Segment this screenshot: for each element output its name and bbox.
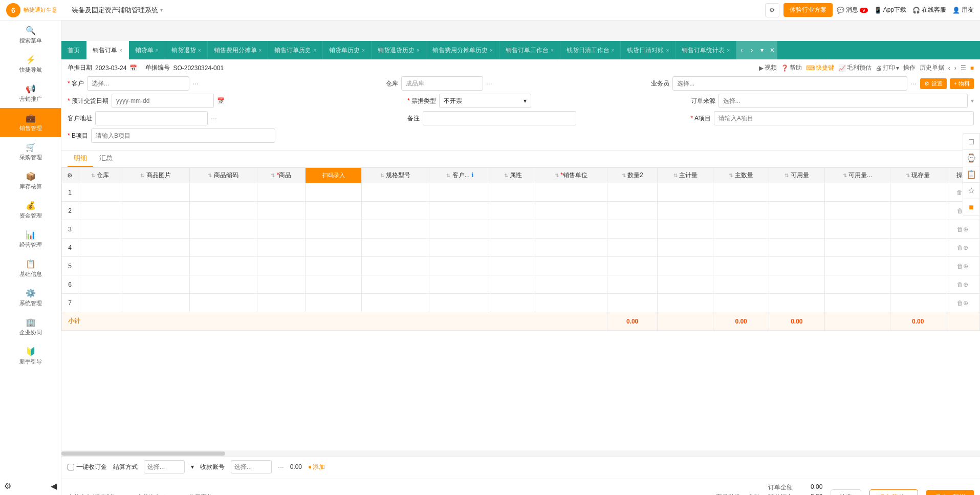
tab-close-icon[interactable]: × (119, 48, 122, 53)
row-copy-icon[interactable]: ⊕ (963, 299, 968, 307)
tab-close-icon[interactable]: × (198, 48, 201, 53)
print-button[interactable]: 🖨 打印 ▾ (876, 63, 899, 72)
delivery-date-input[interactable] (112, 94, 214, 108)
tab-close-icon[interactable]: × (259, 48, 262, 53)
tab-return-history[interactable]: 销货退货历史 × (372, 41, 426, 59)
customer-input[interactable] (87, 76, 189, 91)
view-video-button[interactable]: ▶ 视频 (759, 63, 777, 72)
account-ellipsis-button[interactable]: ··· (278, 463, 284, 471)
add-payment-button[interactable]: ● 添加 (308, 463, 325, 471)
tab-prev-button[interactable]: ‹ (736, 41, 747, 59)
row-copy-icon[interactable]: ⊕ (963, 226, 968, 233)
customer-address-input[interactable] (95, 111, 208, 125)
warehouse-input[interactable] (401, 76, 483, 91)
sidebar-collapse-icon[interactable]: ◀ (51, 481, 57, 491)
right-btn-3[interactable]: 📋 (963, 166, 979, 183)
salesperson-input[interactable] (672, 76, 907, 91)
sidebar-item-guide[interactable]: 🔰 新手引导 (0, 341, 61, 371)
account-input[interactable] (231, 460, 272, 474)
tab-daily-workbench[interactable]: 钱货日清工作台 × (560, 41, 621, 59)
user-avatar[interactable]: 👤 用友 (952, 6, 974, 14)
salesperson-ellipsis-button[interactable]: ··· (910, 79, 917, 88)
sidebar-item-enterprise[interactable]: 🏢 企业协同 (0, 312, 61, 341)
sidebar-item-inventory[interactable]: 📦 库存核算 (0, 166, 61, 196)
online-service-button[interactable]: 🎧 在线客服 (912, 6, 946, 14)
tab-close-icon[interactable]: × (727, 48, 730, 53)
sidebar-item-marketing[interactable]: 📢 营销推广 (0, 79, 61, 108)
sidebar-item-quick[interactable]: ⚡ 快捷导航 (0, 50, 61, 79)
row-copy-icon[interactable]: ⊕ (963, 281, 968, 288)
scrollbar-thumb[interactable] (61, 451, 225, 456)
tab-close-icon[interactable]: × (612, 48, 615, 53)
tab-close-icon[interactable]: × (417, 48, 420, 53)
sidebar-item-search[interactable]: 🔍 搜索菜单 (0, 20, 61, 50)
form-orange-icon[interactable]: ■ (970, 64, 974, 72)
invoice-type-select[interactable]: 不开票 ▾ (439, 94, 531, 108)
tab-sales-order-history[interactable]: 销售订单历史 × (268, 41, 323, 59)
print-dropdown-icon[interactable]: ▾ (896, 64, 899, 72)
tab-order-workbench[interactable]: 销售订单工作台 × (499, 41, 560, 59)
tab-sales-return[interactable]: 销货退货 × (165, 41, 208, 59)
add-material-button[interactable]: + 物料 (950, 78, 974, 89)
tab-close-icon[interactable]: × (313, 48, 316, 53)
tab-home[interactable]: 首页 (61, 41, 86, 59)
tab-daily-reconcile[interactable]: 钱货日清对账 × (621, 41, 676, 59)
sidebar-item-basic[interactable]: 📋 基础信息 (0, 254, 61, 283)
right-btn-1[interactable]: □ (963, 134, 979, 150)
sidebar-item-sales[interactable]: 💼 销售管理 (0, 108, 61, 137)
tab-sales-order[interactable]: 销售订单 × (86, 41, 129, 59)
shortcut-button[interactable]: ⌨ 快捷键 (806, 63, 834, 72)
settings-icon[interactable]: ⚙ (765, 3, 779, 17)
horizontal-scrollbar[interactable] (61, 450, 980, 457)
project-b-input[interactable] (91, 128, 275, 143)
tab-next-button[interactable]: › (747, 41, 757, 59)
help-button[interactable]: ❓ 帮助 (781, 63, 802, 72)
customer-ellipsis-button[interactable]: ··· (192, 79, 199, 88)
scan-button[interactable]: 扫码录入 (319, 170, 348, 180)
tab-order-stats[interactable]: 销售订单统计表 × (676, 41, 736, 59)
save-new-button[interactable]: 保存&新增 (926, 490, 974, 496)
history-button[interactable]: 历史单据 (920, 63, 944, 72)
calendar-icon[interactable]: 📅 (129, 64, 137, 72)
message-button[interactable]: 💬 消息 9 (837, 6, 868, 14)
dropdown-arrow-icon[interactable]: ▾ (160, 7, 163, 13)
col-scan[interactable]: 扫码录入 (306, 168, 362, 183)
right-btn-2[interactable]: ⌚ (963, 150, 979, 166)
row-copy-icon[interactable]: ⊕ (963, 244, 968, 251)
tab-sales-fee[interactable]: 销售费用分摊单 × (208, 41, 269, 59)
save-draft-button[interactable]: 保存草稿 ▾ (869, 489, 918, 496)
form-nav-next[interactable]: › (954, 64, 956, 72)
row-delete-icon[interactable]: 🗑 (957, 226, 963, 233)
profit-button[interactable]: 📈 毛利预估 (838, 63, 872, 72)
settings-button[interactable]: ⚙ 设置 (920, 78, 946, 89)
col-config[interactable]: ⚙ (62, 168, 78, 183)
tab-close-icon[interactable]: × (551, 48, 554, 53)
tab-close-icon[interactable]: × (490, 48, 493, 53)
sidebar-item-operation[interactable]: 📊 经营管理 (0, 225, 61, 254)
tab-sales-bill-history[interactable]: 销货单历史 × (323, 41, 372, 59)
row-copy-icon[interactable]: ⊕ (963, 263, 968, 270)
row-delete-icon[interactable]: 🗑 (956, 189, 963, 196)
row-delete-icon[interactable]: 🗑 (957, 244, 963, 251)
one-click-checkbox-input[interactable] (68, 464, 74, 470)
sidebar-item-purchase[interactable]: 🛒 采购管理 (0, 137, 61, 166)
form-list-view[interactable]: ☰ (961, 64, 966, 72)
form-nav-prev[interactable]: ‹ (948, 64, 950, 72)
sidebar-settings-icon[interactable]: ⚙ (4, 481, 11, 491)
warehouse-ellipsis-button[interactable]: ··· (486, 79, 492, 88)
right-btn-5[interactable]: ■ (963, 199, 979, 216)
tab-close-icon[interactable]: × (156, 48, 159, 53)
abandon-button[interactable]: 放弃 (831, 489, 861, 496)
tab-detail[interactable]: 明细 (68, 150, 93, 167)
operate-button[interactable]: 操作 (903, 63, 916, 72)
tab-summary[interactable]: 汇总 (93, 150, 119, 167)
order-source-input[interactable] (718, 94, 968, 108)
tab-fee-history[interactable]: 销售费用分摊单历史 × (426, 41, 499, 59)
project-a-input[interactable] (714, 111, 974, 125)
app-download-button[interactable]: 📱 App下载 (874, 6, 906, 14)
tab-dropdown-button[interactable]: ▾ (757, 41, 767, 59)
row-delete-icon[interactable]: 🗑 (957, 263, 963, 270)
sidebar-item-system[interactable]: ⚙️ 系统管理 (0, 283, 61, 312)
tab-close-all-button[interactable]: ✕ (767, 41, 777, 59)
row-delete-icon[interactable]: 🗑 (957, 281, 963, 288)
